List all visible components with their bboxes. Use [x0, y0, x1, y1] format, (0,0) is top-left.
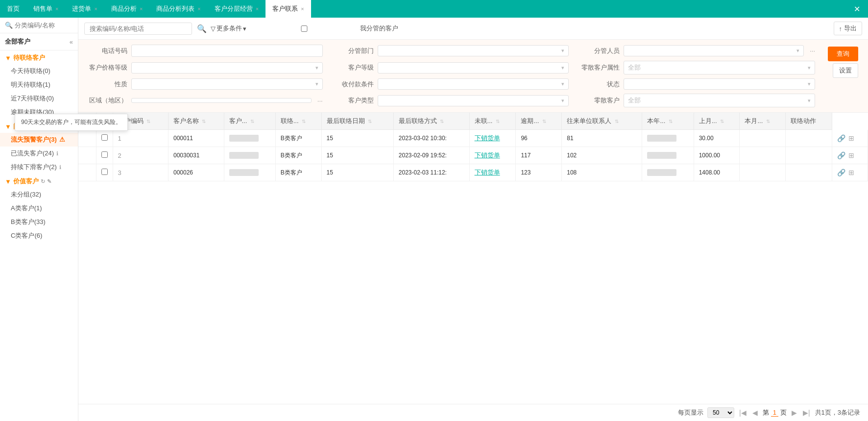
col-last-date-sort[interactable]: ⇅ [368, 119, 372, 124]
my-clients-checkbox[interactable]: 我分管的客户 [250, 24, 398, 33]
sidebar-item-churned-label: 已流失客户(24) [11, 149, 54, 157]
sidebar-search-input[interactable] [15, 22, 73, 29]
col-type-sort[interactable]: ⇅ [250, 119, 254, 124]
action-link-icon-0[interactable]: 🔗 [837, 134, 845, 142]
filter-sparse-attr-select[interactable]: 全部 ▾ [624, 61, 815, 74]
tab-goods-analysis[interactable]: 商品分析 × [104, 0, 149, 18]
cell-actions-1: 🔗 ⊞ [832, 147, 868, 164]
col-contact-sort[interactable]: ⇅ [302, 119, 306, 124]
search-input[interactable] [84, 23, 192, 35]
tab-sales[interactable]: 销售单 × [26, 0, 65, 18]
sidebar-item-class-a[interactable]: A类客户(1) [0, 201, 78, 215]
close-all-button[interactable]: ✕ [846, 0, 868, 18]
sidebar-collapse-icon[interactable]: « [70, 38, 73, 46]
export-button[interactable]: ↑ 导出 [834, 22, 863, 35]
value-edit-icon[interactable]: ✎ [47, 178, 51, 185]
col-this-month-sort[interactable]: ⇅ [766, 119, 770, 124]
last-page-button[interactable]: ▶| [802, 409, 811, 417]
col-action-label: 联络动作 [791, 117, 816, 124]
filter-customer-level-select[interactable]: ▾ [378, 62, 569, 74]
export-label: 导出 [844, 24, 857, 33]
col-last-method-label: 最后联络方式 [399, 117, 437, 124]
col-no-contact-sort[interactable]: ⇅ [496, 119, 500, 124]
filter-sparse-customer-select[interactable]: 全部 ▾ [624, 94, 815, 107]
cell-no-contact-2: 123 [516, 164, 562, 181]
tab-goods-list[interactable]: 商品分析列表 × [149, 0, 207, 18]
tab-customer-contact-label: 客户联系 [272, 4, 298, 13]
content-area: 🔍 ▽ 更多条件 ▾ 我分管的客户 ↑ 导出 [78, 18, 868, 421]
page-size-select[interactable]: 50 100 200 [707, 407, 734, 418]
close-goods-analysis-icon[interactable]: × [140, 6, 143, 12]
filter-phone-input[interactable] [131, 45, 323, 57]
section-value-customers[interactable]: ▼ 价值客户 ↻ ✎ [0, 174, 78, 188]
close-purchase-icon[interactable]: × [94, 6, 97, 12]
filter-customer-type-select[interactable]: ▾ [378, 95, 569, 106]
filter-customer-type-label: 客户类型 [335, 96, 374, 105]
tab-purchase[interactable]: 进货单 × [65, 0, 104, 18]
sidebar-item-today[interactable]: 今天待联络(0) [0, 64, 78, 78]
sidebar-item-churn-warning[interactable]: 流失预警客户(3) ⚠ [0, 133, 78, 147]
cell-num-1: 2 [113, 147, 169, 164]
query-button[interactable]: 查询 [828, 47, 858, 61]
action-link-icon-2[interactable]: 🔗 [837, 169, 845, 176]
prev-page-button[interactable]: ◀ [751, 409, 759, 417]
row-checkbox-1[interactable] [101, 151, 108, 158]
last-method-link-1[interactable]: 下销货单 [475, 151, 500, 159]
filter-price-level-select[interactable]: ▾ [131, 62, 323, 74]
col-last-method-sort[interactable]: ⇅ [440, 119, 444, 124]
filter-region-dots[interactable]: ··· [317, 97, 323, 104]
action-grid-icon-2[interactable]: ⊞ [848, 169, 854, 176]
first-page-button[interactable]: |◀ [738, 409, 747, 417]
filter-dept-select[interactable]: ▾ [378, 45, 569, 56]
tab-home[interactable]: 首页 [0, 0, 26, 18]
row-checkbox-0[interactable] [101, 134, 108, 141]
cell-gear-0 [78, 130, 96, 147]
sidebar-item-class-c[interactable]: C类客户(6) [0, 229, 78, 243]
close-customer-tier-icon[interactable]: × [256, 6, 259, 12]
sidebar-item-ungrouped[interactable]: 未分组(32) [0, 188, 78, 201]
col-code-sort[interactable]: ⇅ [146, 119, 150, 124]
action-link-icon-1[interactable]: 🔗 [837, 151, 845, 159]
filter-region-select[interactable] [131, 98, 312, 103]
sidebar-item-week[interactable]: 近7天待联络(0) [0, 92, 78, 105]
sidebar-item-declining[interactable]: 持续下滑客户(2) ℹ [0, 160, 78, 174]
more-conditions-button[interactable]: ▽ 更多条件 ▾ [211, 24, 246, 33]
tab-customer-contact[interactable]: 客户联系 × [265, 0, 311, 18]
data-table: ⚙ 客户编码 ⇅ 客户名称 ⇅ [78, 113, 868, 181]
next-page-button[interactable]: ▶ [791, 409, 798, 417]
col-this-year-sort[interactable]: ⇅ [669, 119, 673, 124]
col-overdue: 逾期... ⇅ [516, 113, 562, 130]
filter-payment-select[interactable]: ▾ [378, 78, 569, 90]
section-pending-contact[interactable]: ▼ 待联络客户 [0, 50, 78, 64]
sidebar-item-churned[interactable]: 已流失客户(24) ℹ [0, 147, 78, 160]
problem-customer-tooltip: 90天未交易的客户，可能有流失风险。 [15, 114, 78, 131]
close-goods-list-icon[interactable]: × [197, 6, 200, 12]
tab-sales-label: 销售单 [33, 4, 52, 13]
action-grid-icon-0[interactable]: ⊞ [848, 134, 854, 142]
tab-customer-tier[interactable]: 客户分层经营 × [208, 0, 265, 18]
value-refresh-icon[interactable]: ↻ [41, 178, 45, 185]
filter-dept: 分管部门 ▾ [335, 45, 569, 56]
sidebar-item-tomorrow[interactable]: 明天待联络(1) [0, 78, 78, 92]
action-grid-icon-1[interactable]: ⊞ [848, 151, 854, 159]
filter-customer-type-chevron: ▾ [561, 98, 564, 104]
col-contact-person-sort[interactable]: ⇅ [615, 119, 619, 124]
close-customer-contact-icon[interactable]: × [301, 6, 304, 12]
settings-button[interactable]: 设置 [833, 63, 858, 78]
sidebar-item-class-b[interactable]: B类客户(33) [0, 215, 78, 229]
churn-warning-badge: ⚠ [59, 136, 65, 143]
filter-person-dots[interactable]: ··· [810, 47, 815, 54]
filter-status-select[interactable]: ▾ [624, 78, 815, 90]
search-button[interactable]: 🔍 [197, 24, 207, 33]
col-name-sort[interactable]: ⇅ [202, 119, 206, 124]
filter-person-select[interactable]: ▾ [624, 45, 804, 56]
close-sales-icon[interactable]: × [55, 6, 58, 12]
row-checkbox-2[interactable] [101, 169, 108, 175]
filter-nature-select[interactable]: ▾ [131, 78, 323, 90]
last-method-link-0[interactable]: 下销货单 [475, 134, 500, 142]
my-clients-check[interactable] [250, 25, 358, 32]
last-method-link-2[interactable]: 下销货单 [475, 169, 500, 176]
filter-bar: 🔍 ▽ 更多条件 ▾ 我分管的客户 ↑ 导出 [78, 18, 868, 40]
col-overdue-sort[interactable]: ⇅ [542, 119, 546, 124]
col-last-month-sort[interactable]: ⇅ [720, 119, 724, 124]
